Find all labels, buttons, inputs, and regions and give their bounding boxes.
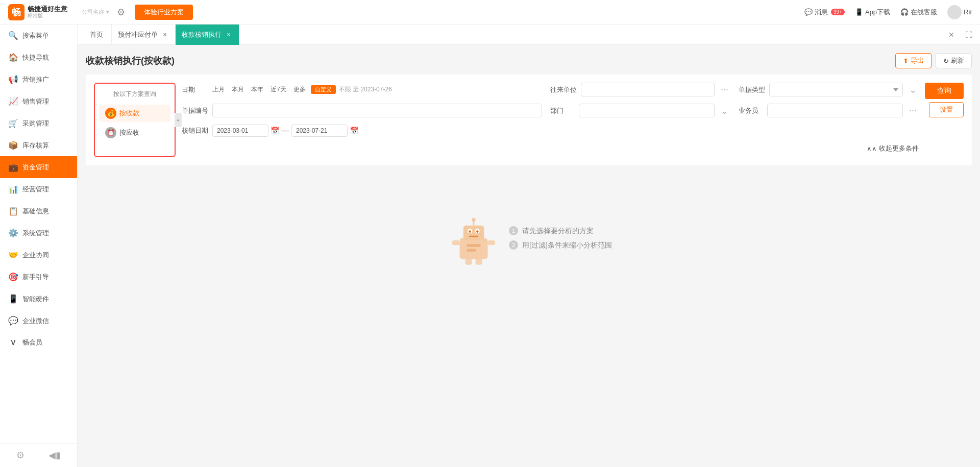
filter-option-by-receivable[interactable]: ⏰ 按应收 <box>99 124 170 141</box>
start-calendar-icon[interactable]: 📅 <box>271 127 279 135</box>
app-download-button[interactable]: 📱 App下载 <box>855 8 890 17</box>
empty-step-2: 2 用[过滤]条件来缩小分析范围 <box>509 238 612 252</box>
settings-bottom-icon[interactable]: ⚙ <box>16 450 24 461</box>
writeoff-date-label: 核销日期 <box>182 126 208 135</box>
voucher-no-label: 单据编号 <box>182 106 208 115</box>
tab-receivable-label: 收款核销执行 <box>182 30 222 39</box>
page-header-actions: ⬆ 导出 ↻ 刷新 <box>895 53 972 68</box>
sidebar-item-inventory[interactable]: 📦 库存核算 <box>0 134 77 156</box>
dept-input[interactable] <box>579 104 715 117</box>
tab-prepay[interactable]: 预付冲应付单 × <box>112 24 176 45</box>
user-name: Rit <box>964 8 972 16</box>
quick-nav-icon: 🏠 <box>8 53 18 62</box>
close-tab-icon[interactable]: ✕ <box>944 28 959 42</box>
date-shortcut-this-month[interactable]: 本月 <box>230 84 246 95</box>
collapse-more-label: 收起更多条件 <box>879 144 919 153</box>
sys-mgmt-icon: ⚙️ <box>8 228 18 238</box>
message-icon: 💬 <box>804 8 813 16</box>
finance-icon: 💼 <box>8 162 18 172</box>
svg-rect-12 <box>476 258 482 265</box>
sidebar-item-label: 企业协同 <box>22 251 49 260</box>
salesperson-label: 业务员 <box>739 106 763 115</box>
dropdown-arrow-icon: ▾ <box>106 9 109 15</box>
counterpart-input[interactable] <box>581 83 715 96</box>
salesperson-ellipsis-icon[interactable]: ··· <box>907 105 919 116</box>
counterpart-ellipsis-icon[interactable]: ··· <box>719 84 730 95</box>
sidebar-item-sales[interactable]: 📈 销售管理 <box>0 90 77 112</box>
sidebar-item-basic-info[interactable]: 📋 基础信息 <box>0 200 77 222</box>
date-shortcut-last-month[interactable]: 上月 <box>210 84 227 95</box>
marketing-icon: 📢 <box>8 75 18 84</box>
message-button[interactable]: 💬 消息 99+ <box>804 8 845 17</box>
end-calendar-icon[interactable]: 📅 <box>350 127 358 135</box>
voucher-type-select[interactable] <box>769 83 903 96</box>
date-shortcut-this-year[interactable]: 本年 <box>249 84 265 95</box>
topbar-right: 💬 消息 99+ 📱 App下载 🎧 在线客服 Rit <box>804 5 972 19</box>
newbie-icon: 🎯 <box>8 272 18 282</box>
company-selector[interactable]: 公司名称 ▾ <box>80 8 109 16</box>
tab-receivable[interactable]: 收款核销执行 × <box>176 24 239 45</box>
brand-name: 畅捷通好生意 <box>28 5 67 13</box>
date-custom-badge[interactable]: 自定义 <box>311 85 336 94</box>
sidebar-item-membership[interactable]: V 畅会员 <box>0 332 77 353</box>
inventory-icon: 📦 <box>8 140 18 150</box>
filter-date-item: 日期 上月 本月 本年 近7天 更多 自定义 不限 至 2023-07-26 <box>182 84 542 95</box>
svg-rect-11 <box>465 258 472 265</box>
wechat-icon: 💬 <box>8 316 18 326</box>
date-shortcut-7days[interactable]: 近7天 <box>268 84 288 95</box>
sidebar-item-collab[interactable]: 🤝 企业协同 <box>0 244 77 266</box>
filter-row-3: 核销日期 📅 — 📅 <box>182 125 919 137</box>
message-label: 消息 <box>815 8 828 17</box>
sidebar-item-finance[interactable]: 💼 资金管理 <box>0 156 77 178</box>
avatar <box>947 5 962 19</box>
filter-settings-button[interactable]: 设置 <box>929 102 964 117</box>
tab-bar: 首页 预付冲应付单 × 收款核销执行 × ✕ ⛶ <box>78 24 980 45</box>
business-icon: 📊 <box>8 184 18 194</box>
receivable-icon: ⏰ <box>105 127 116 138</box>
writeoff-date-range: 📅 — 📅 <box>212 125 358 137</box>
collapse-more-row: ∧∧ 收起更多条件 <box>182 144 919 153</box>
sidebar-item-label: 搜索菜单 <box>22 31 49 40</box>
dept-dropdown-icon[interactable]: ⌄ <box>719 105 730 116</box>
collapse-more-button[interactable]: ∧∧ 收起更多条件 <box>867 144 919 153</box>
sidebar-item-search-menu[interactable]: 🔍 搜索菜单 <box>0 24 77 46</box>
sidebar-item-purchase[interactable]: 🛒 采购管理 <box>0 112 77 134</box>
sidebar-item-business[interactable]: 📊 经营管理 <box>0 178 77 200</box>
svg-point-5 <box>476 230 479 233</box>
sidebar-item-newbie[interactable]: 🎯 新手引导 <box>0 266 77 288</box>
maximize-icon[interactable]: ⛶ <box>962 28 976 42</box>
tab-prepay-close[interactable]: × <box>161 31 169 39</box>
filter-dept-item: 部门 ⌄ <box>550 104 730 117</box>
writeoff-end-input[interactable] <box>291 125 348 137</box>
writeoff-start-input[interactable] <box>212 125 268 137</box>
salesperson-input[interactable] <box>767 104 903 117</box>
query-button[interactable]: 查询 <box>925 83 964 99</box>
user-area[interactable]: Rit <box>947 5 972 19</box>
sidebar-item-marketing[interactable]: 📢 营销推广 <box>0 68 77 90</box>
sidebar-item-smart-hw[interactable]: 📱 智能硬件 <box>0 288 77 310</box>
sidebar-item-wechat[interactable]: 💬 企业微信 <box>0 310 77 332</box>
voucher-type-label: 单据类型 <box>739 85 765 94</box>
settings-icon[interactable]: ⚙ <box>113 5 129 20</box>
export-button[interactable]: ⬆ 导出 <box>895 53 932 68</box>
sidebar-item-label: 基础信息 <box>22 207 49 216</box>
voucher-type-ellipsis-icon[interactable]: ⌄ <box>907 84 919 95</box>
svg-point-4 <box>469 230 471 233</box>
filter-salesperson-item: 业务员 ··· <box>739 104 919 117</box>
voucher-no-input[interactable] <box>212 104 542 117</box>
tab-receivable-close[interactable]: × <box>225 31 233 39</box>
sidebar: 🔍 搜索菜单 🏠 快捷导航 📢 营销推广 📈 销售管理 🛒 采购管理 📦 库存核… <box>0 24 78 467</box>
filter-option-by-receipt[interactable]: 💰 按收款 <box>99 105 170 122</box>
main-layout: 🔍 搜索菜单 🏠 快捷导航 📢 营销推广 📈 销售管理 🛒 采购管理 📦 库存核… <box>0 24 980 467</box>
filter-counterpart-item: 往来单位 ··· <box>550 83 730 96</box>
collapse-sidebar-icon[interactable]: ◀▮ <box>48 450 61 461</box>
sidebar-item-sys-mgmt[interactable]: ⚙️ 系统管理 <box>0 222 77 244</box>
trial-button[interactable]: 体验行业方案 <box>135 5 193 20</box>
sidebar-item-quick-nav[interactable]: 🏠 快捷导航 <box>0 46 77 68</box>
date-shortcut-more[interactable]: 更多 <box>291 84 308 95</box>
tab-home[interactable]: 首页 <box>82 24 112 45</box>
collapse-filter-btn[interactable]: « <box>175 113 182 127</box>
refresh-button[interactable]: ↻ 刷新 <box>936 53 972 68</box>
svg-rect-9 <box>452 240 460 245</box>
online-service-button[interactable]: 🎧 在线客服 <box>900 8 937 17</box>
